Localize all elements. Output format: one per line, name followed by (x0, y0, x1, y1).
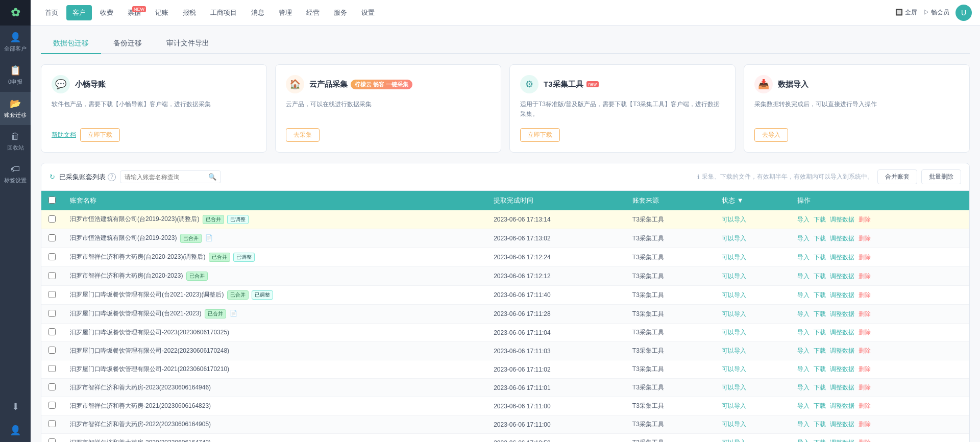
row-checkbox[interactable] (48, 420, 56, 427)
sidebar-item-trash[interactable]: 🗑 回收站 (0, 125, 31, 158)
action-下载[interactable]: 下载 (814, 329, 826, 336)
action-删除[interactable]: 删除 (859, 216, 871, 223)
merge-account-btn[interactable]: 合并账套 (877, 169, 917, 184)
action-导入[interactable]: 导入 (797, 216, 810, 223)
row-checkbox[interactable] (48, 438, 56, 442)
action-调整数据[interactable]: 调整数据 (830, 216, 854, 223)
nav-invoice[interactable]: 票据NEW (121, 5, 147, 20)
action-调整数据[interactable]: 调整数据 (830, 421, 854, 428)
help-circle-icon[interactable]: ? (108, 173, 116, 181)
action-调整数据[interactable]: 调整数据 (830, 439, 854, 442)
help-doc-link[interactable]: 帮助文档 (52, 131, 76, 139)
action-调整数据[interactable]: 调整数据 (830, 310, 854, 317)
action-下载[interactable]: 下载 (814, 291, 826, 299)
row-checkbox[interactable] (48, 215, 56, 223)
action-导入[interactable]: 导入 (797, 402, 810, 409)
nav-clients[interactable]: 客户 (66, 5, 92, 20)
go-import-btn[interactable]: 去导入 (754, 128, 788, 142)
action-删除[interactable]: 删除 (859, 235, 871, 242)
tab-audit-export[interactable]: 审计文件导出 (154, 34, 222, 54)
action-导入[interactable]: 导入 (797, 439, 810, 442)
action-调整数据[interactable]: 调整数据 (830, 402, 854, 409)
action-导入[interactable]: 导入 (797, 365, 810, 373)
action-导入[interactable]: 导入 (797, 329, 810, 336)
refresh-icon[interactable]: ↻ (50, 173, 55, 181)
row-checkbox[interactable] (48, 365, 56, 372)
action-删除[interactable]: 删除 (859, 421, 871, 428)
action-删除[interactable]: 删除 (859, 384, 871, 391)
download-now-btn[interactable]: 立即下载 (80, 128, 120, 142)
sidebar-item-zero-report[interactable]: 📋 0申报 (0, 59, 31, 92)
row-checkbox[interactable] (48, 234, 56, 241)
action-调整数据[interactable]: 调整数据 (830, 291, 854, 299)
action-导入[interactable]: 导入 (797, 273, 810, 280)
action-调整数据[interactable]: 调整数据 (830, 235, 854, 242)
action-删除[interactable]: 删除 (859, 365, 871, 373)
nav-mgmt[interactable]: 管理 (273, 5, 298, 20)
action-导入[interactable]: 导入 (797, 310, 810, 317)
nav-settings[interactable]: 设置 (355, 5, 381, 20)
action-删除[interactable]: 删除 (859, 254, 871, 261)
nav-service[interactable]: 服务 (328, 5, 353, 20)
action-下载[interactable]: 下载 (814, 384, 826, 391)
action-调整数据[interactable]: 调整数据 (830, 347, 854, 354)
fullscreen-btn[interactable]: 🔲 全屏 (895, 8, 917, 17)
action-删除[interactable]: 删除 (859, 310, 871, 317)
nav-tax[interactable]: 报税 (177, 5, 202, 20)
file-icon[interactable]: 📄 (205, 234, 213, 241)
action-调整数据[interactable]: 调整数据 (830, 273, 854, 280)
nav-billing[interactable]: 收费 (94, 5, 119, 20)
t3-download-btn[interactable]: 立即下载 (520, 128, 560, 142)
row-checkbox[interactable] (48, 347, 56, 354)
action-删除[interactable]: 删除 (859, 402, 871, 409)
sidebar-item-download[interactable]: ⬇ (0, 395, 31, 419)
action-调整数据[interactable]: 调整数据 (830, 254, 854, 261)
row-checkbox[interactable] (48, 383, 56, 390)
nav-biz-project[interactable]: 工商项目 (204, 5, 243, 20)
row-checkbox[interactable] (48, 402, 56, 409)
row-checkbox[interactable] (48, 272, 56, 279)
action-删除[interactable]: 删除 (859, 439, 871, 442)
action-导入[interactable]: 导入 (797, 384, 810, 391)
row-checkbox[interactable] (48, 253, 56, 260)
tab-backup-migrate[interactable]: 备份迁移 (101, 34, 154, 54)
action-下载[interactable]: 下载 (814, 216, 826, 223)
action-导入[interactable]: 导入 (797, 291, 810, 299)
row-checkbox[interactable] (48, 291, 56, 298)
action-调整数据[interactable]: 调整数据 (830, 384, 854, 391)
action-删除[interactable]: 删除 (859, 273, 871, 280)
action-导入[interactable]: 导入 (797, 254, 810, 261)
action-删除[interactable]: 删除 (859, 329, 871, 336)
row-checkbox[interactable] (48, 328, 56, 335)
sidebar-item-all-clients[interactable]: 👤 全部客户 (0, 26, 31, 59)
select-all-checkbox[interactable] (48, 197, 56, 204)
nav-ops[interactable]: 经营 (300, 5, 326, 20)
nav-message[interactable]: 消息 (245, 5, 271, 20)
search-icon[interactable]: 🔍 (208, 173, 216, 181)
nav-home[interactable]: 首页 (39, 5, 64, 20)
nav-accounting[interactable]: 记账 (149, 5, 175, 20)
sidebar-item-user[interactable]: 👤 (0, 419, 31, 442)
action-下载[interactable]: 下载 (814, 439, 826, 442)
action-下载[interactable]: 下载 (814, 273, 826, 280)
avatar[interactable]: U (955, 5, 972, 21)
member-btn[interactable]: ▷ 畅会员 (923, 8, 949, 17)
action-下载[interactable]: 下载 (814, 347, 826, 354)
action-下载[interactable]: 下载 (814, 254, 826, 261)
action-下载[interactable]: 下载 (814, 402, 826, 409)
sidebar-item-tag-settings[interactable]: 🏷 标签设置 (0, 158, 31, 190)
search-input[interactable] (125, 174, 206, 181)
action-删除[interactable]: 删除 (859, 347, 871, 354)
action-调整数据[interactable]: 调整数据 (830, 329, 854, 336)
action-下载[interactable]: 下载 (814, 365, 826, 373)
action-导入[interactable]: 导入 (797, 235, 810, 242)
action-下载[interactable]: 下载 (814, 421, 826, 428)
batch-delete-btn[interactable]: 批量删除 (921, 169, 961, 184)
action-导入[interactable]: 导入 (797, 421, 810, 428)
action-下载[interactable]: 下载 (814, 310, 826, 317)
file-icon[interactable]: 📄 (230, 310, 237, 317)
sidebar-item-account-migrate[interactable]: 📂 账套迁移 (0, 92, 31, 125)
th-status[interactable]: 状态 ▼ (715, 191, 790, 210)
action-删除[interactable]: 删除 (859, 291, 871, 299)
go-collect-btn[interactable]: 去采集 (286, 128, 320, 142)
